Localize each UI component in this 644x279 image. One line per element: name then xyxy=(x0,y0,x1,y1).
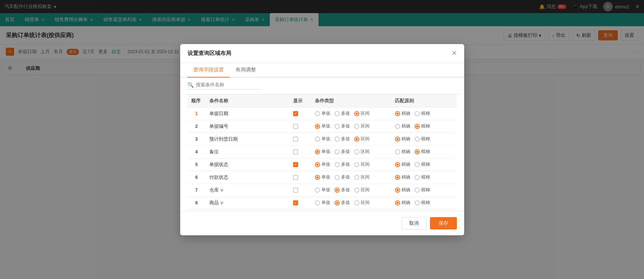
type-radio-单值[interactable]: 单值 xyxy=(315,161,330,168)
th-match: 匹配原则 xyxy=(391,94,457,107)
dialog-body: 查询字段设置 布局调整 🔍 xyxy=(180,63,464,211)
type-radio-区间[interactable]: 区间 xyxy=(354,200,370,206)
cancel-button[interactable]: 取消 xyxy=(402,217,426,229)
type-radio-多值[interactable]: 多值 xyxy=(335,161,350,168)
display-checkbox[interactable] xyxy=(293,188,298,193)
match-radio-模糊[interactable]: 模糊 xyxy=(415,187,430,193)
match-radio-精确[interactable]: 精确 xyxy=(395,110,410,117)
cell-type: 单值多值区间 xyxy=(311,120,391,133)
type-radio-多值[interactable]: 多值 xyxy=(335,123,350,129)
type-radio-多值[interactable]: 多值 xyxy=(335,187,350,193)
match-radio-精确[interactable]: 精确 xyxy=(395,123,410,129)
match-radio-精确[interactable]: 精确 xyxy=(395,174,410,180)
type-radio-单值[interactable]: 单值 xyxy=(315,174,330,180)
match-radio-精确[interactable]: 精确 xyxy=(395,161,410,168)
match-radio-精确[interactable]: 精确 xyxy=(395,200,410,206)
display-checkbox[interactable]: ✓ xyxy=(293,162,298,167)
search-input-wrap: 🔍 xyxy=(187,82,261,90)
match-radio-模糊[interactable]: 模糊 xyxy=(415,110,430,117)
display-checkbox[interactable] xyxy=(293,175,298,180)
radio-circle xyxy=(395,200,400,205)
cell-display[interactable] xyxy=(289,133,311,145)
tab-layout-adjust[interactable]: 布局调整 xyxy=(230,63,262,78)
cell-match: 精确模糊 xyxy=(391,133,457,145)
type-radio-区间[interactable]: 区间 xyxy=(354,174,370,180)
cell-name: 单据日期 xyxy=(206,107,289,120)
match-radio-精确[interactable]: 精确 xyxy=(395,187,410,193)
type-radio-区间[interactable]: 区间 xyxy=(354,110,370,117)
radio-label: 精确 xyxy=(402,149,410,155)
main-area: 采购订单统计表(按供应商) 🖨 按模板打印 ▾ ↑ 导出 ↻ 刷新 查询 设置 … xyxy=(0,26,644,279)
type-radio-单值[interactable]: 单值 xyxy=(315,200,330,206)
radio-label: 单值 xyxy=(321,136,330,142)
radio-label: 多值 xyxy=(341,200,350,206)
match-radio-精确[interactable]: 精确 xyxy=(395,136,410,142)
cell-display[interactable] xyxy=(289,145,311,158)
table-row: 1单据日期✓单值多值区间精确模糊 xyxy=(187,107,457,120)
cell-display[interactable]: ✓ xyxy=(289,196,311,209)
save-button[interactable]: 保存 xyxy=(430,217,457,229)
type-radio-单值[interactable]: 单值 xyxy=(315,123,330,129)
type-radio-单值[interactable]: 单值 xyxy=(315,136,330,142)
type-radio-区间[interactable]: 区间 xyxy=(354,161,370,168)
match-radio-模糊[interactable]: 模糊 xyxy=(415,161,430,168)
display-checkbox[interactable]: ✓ xyxy=(293,111,298,116)
radio-circle xyxy=(335,137,340,142)
cell-name: 仓库 ∨ xyxy=(206,184,289,196)
match-radio-模糊[interactable]: 模糊 xyxy=(415,123,430,129)
radio-circle xyxy=(335,188,340,193)
radio-label: 多值 xyxy=(341,161,350,168)
display-checkbox[interactable]: ✓ xyxy=(293,200,298,205)
cell-match: 精确模糊 xyxy=(391,184,457,196)
display-checkbox[interactable] xyxy=(293,137,298,142)
match-radio-模糊[interactable]: 模糊 xyxy=(415,149,430,155)
display-checkbox[interactable] xyxy=(293,149,298,154)
cell-order: 2 xyxy=(187,120,206,133)
radio-circle xyxy=(415,111,420,116)
type-radio-区间[interactable]: 区间 xyxy=(354,149,370,155)
type-radio-多值[interactable]: 多值 xyxy=(335,149,350,155)
radio-circle xyxy=(395,124,400,129)
radio-circle xyxy=(354,162,359,167)
cell-display[interactable] xyxy=(289,184,311,196)
cell-type: 单值多值区间 xyxy=(311,133,391,145)
type-radio-单值[interactable]: 单值 xyxy=(315,110,330,117)
type-radio-多值[interactable]: 多值 xyxy=(335,136,350,142)
cell-display[interactable] xyxy=(289,120,311,133)
radio-label: 精确 xyxy=(402,123,410,129)
radio-label: 多值 xyxy=(341,174,350,180)
conditions-table: 顺序 条件名称 显示 条件类型 匹配原则 1单据日期✓单值多值区间精确模糊2单据… xyxy=(187,94,457,211)
dialog-close-button[interactable]: ✕ xyxy=(451,50,457,56)
condition-search-input[interactable] xyxy=(196,82,261,87)
match-radio-模糊[interactable]: 模糊 xyxy=(415,174,430,180)
table-row: 6付款状态单值多值区间精确模糊 xyxy=(187,171,457,184)
type-radio-多值[interactable]: 多值 xyxy=(335,174,350,180)
cell-display[interactable] xyxy=(289,171,311,184)
type-radio-区间[interactable]: 区间 xyxy=(354,123,370,129)
radio-circle xyxy=(335,149,340,154)
radio-circle xyxy=(354,188,359,193)
radio-label: 精确 xyxy=(402,136,410,142)
type-radio-多值[interactable]: 多值 xyxy=(335,200,350,206)
type-radio-区间[interactable]: 区间 xyxy=(354,136,370,142)
cell-display[interactable]: ✓ xyxy=(289,107,311,120)
table-row: 4备注单值多值区间精确模糊 xyxy=(187,145,457,158)
display-checkbox[interactable] xyxy=(293,124,298,129)
tab-field-settings[interactable]: 查询字段设置 xyxy=(187,63,230,78)
type-radio-单值[interactable]: 单值 xyxy=(315,149,330,155)
radio-label: 模糊 xyxy=(421,136,430,142)
cell-display[interactable]: ✓ xyxy=(289,158,311,171)
tab-layout-adjust-label: 布局调整 xyxy=(236,67,256,72)
type-radio-区间[interactable]: 区间 xyxy=(354,187,370,193)
type-radio-多值[interactable]: 多值 xyxy=(335,110,350,117)
match-radio-模糊[interactable]: 模糊 xyxy=(415,200,430,206)
radio-label: 多值 xyxy=(341,136,350,142)
match-radio-模糊[interactable]: 模糊 xyxy=(415,136,430,142)
radio-label: 单值 xyxy=(321,161,330,168)
radio-circle xyxy=(354,175,359,180)
match-radio-精确[interactable]: 精确 xyxy=(395,149,410,155)
cell-order: 8 xyxy=(187,196,206,209)
radio-circle xyxy=(415,149,420,154)
type-radio-单值[interactable]: 单值 xyxy=(315,187,330,193)
cell-type: 单值多值区间 xyxy=(311,171,391,184)
